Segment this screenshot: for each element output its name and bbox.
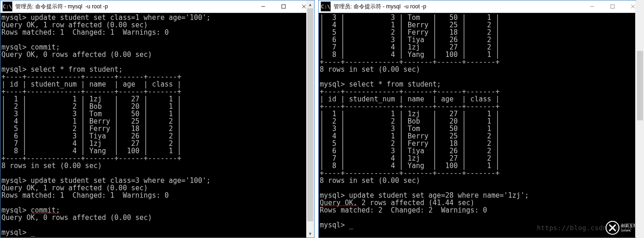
terminal-line (320, 73, 642, 81)
terminal-line: | 5 | 2 | Ferry | 18 | 2 | (320, 140, 642, 147)
cmd-icon: C:\ (2, 1, 13, 12)
terminal-left[interactable]: mysql> update student set class=1 where … (0, 13, 314, 238)
logo-text: 创新互联 (621, 223, 635, 228)
terminal-line (1, 169, 313, 177)
scrollbar-left[interactable]: ▲ ▼ (306, 0, 314, 238)
svg-rect-5 (611, 5, 614, 8)
terminal-line: | 7 | 4 | 1zj | 27 | 2 | (1, 140, 313, 147)
scroll-up-icon[interactable]: ▲ (306, 0, 314, 8)
terminal-line: | 3 | 3 | Tom | 50 | 1 | (1, 110, 313, 118)
terminal-line: 8 rows in set (0.00 sec) (320, 66, 642, 73)
terminal-line: +----+-------------+-------+------+-----… (320, 58, 642, 66)
terminal-line: | 7 | 4 | 1zj | 27 | 2 | (320, 155, 642, 162)
maximize-button[interactable] (273, 0, 294, 13)
terminal-line: | 1 | 1 | 1zj | 27 | 1 | (320, 110, 642, 118)
terminal-line: mysql> update student set class=3 where … (1, 177, 313, 184)
terminal-line: | 3 | 3 | Tom | 50 | 1 | (320, 14, 642, 21)
terminal-line: | 4 | 1 | Berry | 25 | 2 | (1, 118, 313, 125)
window-title: 管理员: 命令提示符 - mysql -u root -p (333, 3, 582, 11)
window-buttons (582, 0, 643, 13)
terminal-line: | 4 | 1 | Berry | 25 | 2 | (320, 132, 642, 140)
minimize-button[interactable] (253, 0, 273, 13)
titlebar-left[interactable]: C:\ 管理员: 命令提示符 - mysql -u root -p (0, 0, 314, 13)
terminal-line: | id | student_num | name | age | class … (1, 81, 313, 88)
terminal-line: | 6 | 3 | Tiya | 26 | 2 | (320, 36, 642, 44)
terminal-line: +----+-------------+-------+------+-----… (1, 88, 313, 95)
terminal-line: | 6 | 3 | Tiya | 26 | 2 | (320, 147, 642, 155)
terminal-line: Rows matched: 1 Changed: 1 Warnings: 0 (1, 29, 313, 36)
window-buttons (253, 0, 314, 13)
terminal-line: | 8 | 4 | Yang | 100 | 1 | (320, 162, 642, 169)
terminal-line: | 8 | 4 | Yang | 100 | 1 | (320, 51, 642, 58)
desktop: C:\ 管理员: 命令提示符 - mysql -u root -p mysql>… (0, 0, 644, 238)
terminal-line: | 6 | 3 | Tiya | 26 | 2 | (1, 132, 313, 140)
terminal-line: | 2 | 2 | Bob | 20 | 1 | (1, 103, 313, 110)
terminal-line (320, 184, 642, 192)
svg-rect-1 (282, 5, 285, 8)
terminal-line (1, 221, 313, 229)
terminal-line: | 3 | 3 | Tom | 50 | 1 | (320, 125, 642, 132)
cmd-window-left: C:\ 管理员: 命令提示符 - mysql -u root -p mysql>… (0, 0, 315, 238)
terminal-line: mysql> select * from student; (1, 66, 313, 73)
logo-badge: 创新互联 CDXWHL (605, 220, 635, 235)
page-scrollbar[interactable] (636, 0, 644, 238)
terminal-line: | id | student_num | name | age | class … (320, 95, 642, 103)
terminal-line: | 1 | 1 | 1zj | 27 | 1 | (1, 95, 313, 103)
terminal-right[interactable]: | 3 | 3 | Tom | 50 | 1 || 4 | 1 | Berry … (319, 13, 643, 238)
terminal-line: +----+-------------+-------+------+-----… (320, 169, 642, 177)
terminal-line: Query OK, 1 row affected (0.00 sec) (1, 21, 313, 29)
terminal-line: +----+-------------+-------+------+-----… (1, 73, 313, 81)
terminal-line: 8 rows in set (0.00 sec) (320, 177, 642, 184)
terminal-line: | 8 | 4 | Yang | 100 | 1 | (1, 147, 313, 155)
terminal-line: mysql> _ (1, 229, 313, 236)
terminal-line: | 4 | 1 | Berry | 25 | 2 | (320, 21, 642, 29)
terminal-line: Rows matched: 2 Changed: 2 Warnings: 0 (320, 207, 642, 214)
terminal-line (1, 199, 313, 207)
window-title: 管理员: 命令提示符 - mysql -u root -p (14, 3, 253, 11)
terminal-line: +----+-------------+-------+------+-----… (320, 103, 642, 110)
cmd-icon: C:\ (321, 1, 331, 12)
terminal-line: +----+-------------+-------+------+-----… (1, 155, 313, 162)
terminal-line: mysql> update student set age=28 where n… (320, 192, 642, 199)
scroll-thumb[interactable] (307, 8, 313, 221)
logo-subtext: CDXWHL (621, 229, 631, 232)
titlebar-right[interactable]: C:\ 管理员: 命令提示符 - mysql -u root -p (319, 0, 643, 13)
terminal-line: | 7 | 4 | 1zj | 27 | 2 | (320, 44, 642, 51)
minimize-button[interactable] (582, 0, 602, 13)
terminal-line (320, 214, 642, 221)
terminal-line: | 2 | 2 | Bob | 20 | 1 | (320, 118, 642, 125)
terminal-line: 8 rows in set (0.00 sec) (1, 162, 313, 169)
terminal-line: | 5 | 2 | Ferry | 18 | 2 | (1, 125, 313, 132)
terminal-line: mysql> commit; (1, 44, 313, 51)
terminal-line: mysql> select * from student; (320, 81, 642, 88)
terminal-line: Rows matched: 1 Changed: 1 Warnings: 0 (1, 192, 313, 199)
terminal-line: +----+-------------+-------+------+-----… (320, 88, 642, 95)
scroll-down-icon[interactable]: ▼ (306, 230, 314, 238)
terminal-line: | 5 | 2 | Ferry | 18 | 2 | (320, 29, 642, 36)
terminal-line (1, 36, 313, 44)
terminal-line: Query OK, 2 rows affected (41.44 sec) (320, 199, 642, 207)
terminal-line: Query OK, 0 rows affected (0.00 sec) (1, 214, 313, 221)
terminal-line: Query OK, 1 row affected (0.00 sec) (1, 184, 313, 192)
page-scroll-thumb[interactable] (637, 51, 643, 120)
maximize-button[interactable] (602, 0, 623, 13)
terminal-line: mysql> update student set class=1 where … (1, 14, 313, 21)
cmd-window-right: C:\ 管理员: 命令提示符 - mysql -u root -p | 3 | … (318, 0, 644, 238)
terminal-line (1, 58, 313, 66)
terminal-line: mysql> commit; (1, 207, 313, 214)
terminal-line: Query OK, 0 rows affected (0.00 sec) (1, 51, 313, 58)
